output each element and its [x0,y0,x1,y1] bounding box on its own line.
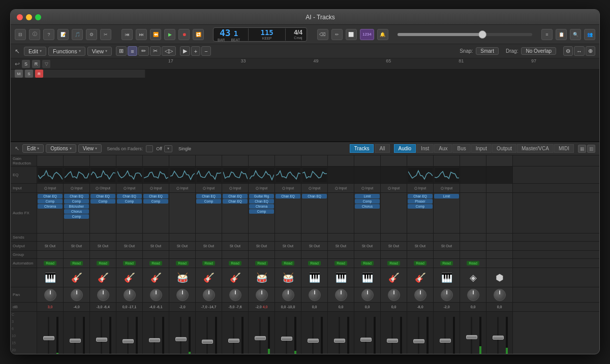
automation-badge[interactable]: Read [334,261,347,266]
eq-cell-1[interactable] [64,167,90,183]
automation-cell-0[interactable]: Read [37,259,64,268]
eq-cell-6[interactable] [196,167,222,183]
input-cell-16[interactable] [460,184,486,192]
pan-knob-12[interactable] [361,289,374,301]
scissors-tool[interactable]: ✂ [150,46,161,56]
pan-cell-9[interactable] [275,287,301,302]
pan-cell-1[interactable] [64,287,90,302]
output-cell-11[interactable]: St Out [328,242,354,250]
automation-cell-7[interactable]: Read [222,259,249,268]
output-cell-14[interactable]: St Out [407,242,434,250]
pan-cell-10[interactable] [301,287,328,302]
automation-cell-13[interactable]: Read [381,259,407,268]
midi-icon[interactable]: 1234 [360,29,374,40]
pan-knob-9[interactable] [282,289,294,301]
db-cell-13[interactable]: 0,0 [381,303,407,311]
automation-badge[interactable]: Read [282,261,294,266]
fx-cell-10[interactable]: Chan EQ [301,193,328,233]
pan-knob-16[interactable] [467,289,479,301]
fader-cell-5[interactable] [169,312,196,354]
search-icon[interactable]: 🔍 [570,29,581,40]
fx-item[interactable]: Comp [38,199,63,204]
fx-cell-11[interactable] [328,193,354,233]
mixer-view-btn2[interactable]: ▥ [587,145,595,153]
automation-cell-9[interactable]: Read [275,259,301,268]
input-cell-11[interactable]: Input [328,184,354,192]
pan-cell-16[interactable] [460,287,486,302]
fx-cell-1[interactable]: Chan EQCompBitcrusherChorusComp [64,193,90,233]
type-inst[interactable]: Inst [416,144,434,153]
mixer-icon[interactable]: ⊟ [15,29,26,40]
automation-badge[interactable]: Read [149,261,162,266]
pan-knob-2[interactable] [97,289,109,301]
fx-item[interactable]: Comp [249,209,274,214]
settings-icon[interactable]: ⚙ [86,29,97,40]
smart-controls-icon[interactable]: 👥 [584,29,595,40]
fx-cell-6[interactable]: Chan EQComp [196,193,222,233]
output-cell-17[interactable] [486,242,513,250]
edit-menu[interactable]: Edit ▾ [24,47,46,56]
fx-cell-4[interactable]: Chan EQComp [143,193,169,233]
fx-item[interactable]: Chan EQ [143,194,168,198]
eq-cell-9[interactable] [275,167,301,183]
automation-cell-11[interactable]: Read [328,259,354,268]
db-cell-17[interactable]: 0,0 [486,303,513,311]
loop-browser-icon[interactable]: 📋 [556,29,567,40]
output-cell-5[interactable]: St Out [169,242,196,250]
fader-cell-6[interactable] [196,312,222,354]
automation-badge[interactable]: Read [202,261,215,266]
fader-cell-1[interactable] [64,312,90,354]
output-cell-6[interactable]: St Out [196,242,222,250]
fx-item[interactable]: Chan EQ [64,194,89,198]
fx-cell-3[interactable]: Chan EQComp [116,193,143,233]
automation-cell-16[interactable]: Read [460,259,486,268]
mute-btn[interactable]: M [15,70,23,78]
output-cell-7[interactable]: St Out [222,242,249,250]
mixer-view-btn1[interactable]: ▦ [578,145,586,153]
fx-cell-8[interactable]: Guitar RigChan EQChromaComp [249,193,275,233]
fader-cell-9[interactable] [275,312,301,354]
output-cell-12[interactable]: St Out [354,242,381,250]
eq-cell-0[interactable] [37,167,64,183]
cycle-button[interactable]: 🔁 [193,29,204,40]
rewind-button[interactable]: ⏮ [121,29,133,40]
type-midi[interactable]: MIDI [554,144,574,153]
fx-item[interactable]: Chan EQ [90,194,115,198]
pan-knob-3[interactable] [124,289,136,301]
db-cell-2[interactable]: -3,0-6,4 [90,303,116,311]
zoom-in[interactable]: ⊕ [586,46,595,56]
fader-cell-10[interactable] [301,312,328,354]
fx-item[interactable]: Chan EQ [196,194,221,198]
track-control-r[interactable]: R [32,60,40,68]
output-cell-10[interactable]: St Out [301,242,328,250]
pan-cell-4[interactable] [143,287,169,302]
metronome-icon[interactable]: 🎵 [72,29,83,40]
db-cell-10[interactable]: 0,0 [301,303,328,311]
fx-item[interactable]: Comp [408,204,433,209]
input-cell-17[interactable] [486,184,513,192]
solo-btn[interactable]: S [25,70,33,78]
pan-cell-12[interactable] [354,287,381,302]
pan-cell-8[interactable] [249,287,275,302]
fx-item[interactable]: Guitar Rig [249,194,274,198]
notes-icon[interactable]: 📝 [57,29,69,40]
type-bus[interactable]: Bus [452,144,470,153]
fader-cell-7[interactable] [222,312,249,354]
db-cell-3[interactable]: 0,0-17,1 [116,303,143,311]
pan-cell-0[interactable] [37,287,64,302]
rec-btn[interactable]: R [35,70,43,78]
output-cell-2[interactable]: St Out [90,242,116,250]
input-cell-4[interactable]: Input [143,184,169,192]
fx-cell-12[interactable]: LimitCompChorus [354,193,381,233]
db-cell-9[interactable]: 0,0-10,0 [275,303,301,311]
eq-cell-4[interactable] [143,167,169,183]
filter-tracks[interactable]: Tracks [350,144,374,153]
list-view-icon[interactable]: ≡ [128,46,137,56]
fx-item[interactable]: Comp [143,199,168,204]
automation-badge[interactable]: Read [361,261,374,266]
automation-cell-14[interactable]: Read [407,259,434,268]
fx-item[interactable]: Chroma [249,204,274,209]
eq-cell-8[interactable] [249,167,275,183]
input-cell-14[interactable]: Input [407,184,434,192]
info-icon[interactable]: ⓘ [29,29,40,40]
